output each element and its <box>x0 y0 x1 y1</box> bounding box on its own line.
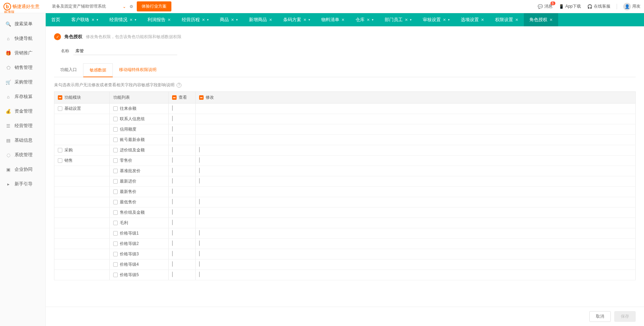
sidebar-item-home[interactable]: ⌂快捷导航 <box>0 31 45 46</box>
checkbox-edit-all[interactable] <box>199 95 204 100</box>
nav-tab[interactable]: 选项设置✕ <box>455 13 490 26</box>
app-download-link[interactable]: 📱 App下载 <box>559 3 581 9</box>
checkbox-view[interactable] <box>172 261 173 267</box>
checkbox-func[interactable] <box>113 200 118 204</box>
user-menu[interactable]: 👤 用友 <box>623 3 641 10</box>
checkbox-func[interactable] <box>113 148 118 152</box>
checkbox-edit[interactable] <box>199 157 200 163</box>
nav-tab[interactable]: 新增商品✕ <box>243 13 278 26</box>
checkbox-func[interactable] <box>113 262 118 267</box>
nav-tab[interactable]: 物料清单✕ <box>316 13 350 26</box>
checkbox-view[interactable] <box>172 209 173 215</box>
close-icon[interactable]: ✕ <box>443 18 446 22</box>
checkbox-view[interactable] <box>172 230 173 236</box>
checkbox-view[interactable] <box>172 126 173 132</box>
checkbox-edit[interactable] <box>199 261 200 267</box>
nav-tab[interactable]: 仓库✕▾ <box>350 13 379 26</box>
nav-tab[interactable]: 首页 <box>46 13 66 26</box>
sidebar-item-guide[interactable]: ▸新手引导 <box>0 177 45 191</box>
checkbox-func[interactable] <box>113 221 118 225</box>
experience-button[interactable]: 体验行业方案 <box>137 1 171 11</box>
nav-tab[interactable]: 经营情况✕▾ <box>104 13 142 26</box>
messages-link[interactable]: 💬 消息 6 <box>538 3 553 9</box>
checkbox-module[interactable] <box>58 148 62 152</box>
checkbox-func[interactable] <box>113 138 118 142</box>
checkbox-func[interactable] <box>113 241 118 246</box>
checkbox-view[interactable] <box>172 105 173 111</box>
close-icon[interactable]: ✕ <box>405 18 408 22</box>
info-icon[interactable]: ? <box>177 83 181 88</box>
checkbox-edit[interactable] <box>199 251 200 256</box>
close-icon[interactable]: ✕ <box>129 18 133 22</box>
nav-tab[interactable]: 审核设置✕▾ <box>417 13 455 26</box>
sidebar-item-corp[interactable]: ▣企业协同 <box>0 162 45 177</box>
sidebar-item-stock[interactable]: ⌂库存核算 <box>0 89 45 104</box>
close-icon[interactable]: ✕ <box>549 18 553 22</box>
checkbox-func[interactable] <box>113 252 118 256</box>
tab-sensitive-data[interactable]: 敏感数据 <box>83 63 113 77</box>
sidebar-item-cart[interactable]: 🛒采购管理 <box>0 75 45 89</box>
checkbox-module[interactable] <box>58 106 62 111</box>
name-input[interactable] <box>73 47 177 55</box>
checkbox-view[interactable] <box>172 272 173 277</box>
checkbox-module[interactable] <box>58 158 62 163</box>
sidebar-item-sys[interactable]: ◌系统管理 <box>0 148 45 162</box>
nav-tab[interactable]: 权限设置✕ <box>490 13 524 26</box>
close-icon[interactable]: ✕ <box>269 18 272 22</box>
nav-tab[interactable]: 部门员工✕▾ <box>379 13 417 26</box>
customer-service-link[interactable]: 🎧 在线客服 <box>587 3 610 9</box>
checkbox-view[interactable] <box>172 251 173 256</box>
close-icon[interactable]: ✕ <box>481 18 484 22</box>
close-icon[interactable]: ✕ <box>367 18 370 22</box>
nav-tab[interactable]: 条码方案✕▾ <box>278 13 316 26</box>
checkbox-view[interactable] <box>172 157 173 163</box>
checkbox-view[interactable] <box>172 147 173 152</box>
cancel-button[interactable]: 取消 <box>589 311 611 311</box>
nav-tab[interactable]: 利润报告✕ <box>142 13 176 26</box>
checkbox-view[interactable] <box>172 116 173 121</box>
checkbox-func[interactable] <box>113 127 118 132</box>
checkbox-view[interactable] <box>172 178 173 184</box>
checkbox-edit[interactable] <box>199 230 200 236</box>
checkbox-edit[interactable] <box>199 209 200 215</box>
checkbox-func[interactable] <box>113 158 118 163</box>
checkbox-func[interactable] <box>113 190 118 194</box>
checkbox-view-all[interactable] <box>172 95 177 100</box>
close-icon[interactable]: ✕ <box>231 18 234 22</box>
checkbox-func[interactable] <box>113 210 118 215</box>
nav-tab[interactable]: 客户联络✕▾ <box>66 13 104 26</box>
checkbox-edit[interactable] <box>199 168 200 173</box>
checkbox-func[interactable] <box>113 231 118 236</box>
checkbox-view[interactable] <box>172 220 173 225</box>
checkbox-view[interactable] <box>172 188 173 194</box>
tab-mobile-permission[interactable]: 移动端特殊权限说明 <box>113 63 163 77</box>
sidebar-item-tag[interactable]: ⬠销售管理 <box>0 60 45 75</box>
sidebar-item-biz[interactable]: ☰经营管理 <box>0 118 45 133</box>
sidebar-item-money[interactable]: 💰资金管理 <box>0 104 45 118</box>
checkbox-edit[interactable] <box>199 240 200 246</box>
gear-icon[interactable]: ⚙ <box>129 4 133 9</box>
checkbox-func[interactable] <box>113 106 118 111</box>
checkbox-func[interactable] <box>113 179 118 184</box>
close-icon[interactable]: ✕ <box>515 18 518 22</box>
checkbox-func[interactable] <box>113 273 118 277</box>
sidebar-item-doc[interactable]: ▤基础信息 <box>0 133 45 148</box>
checkbox-view[interactable] <box>172 199 173 204</box>
checkbox-edit[interactable] <box>199 178 200 184</box>
checkbox-edit[interactable] <box>199 199 200 204</box>
nav-tab[interactable]: 角色授权✕ <box>524 13 558 26</box>
checkbox-func[interactable] <box>113 169 118 173</box>
close-icon[interactable]: ✕ <box>303 18 306 22</box>
checkbox-view[interactable] <box>172 240 173 246</box>
checkbox-view[interactable] <box>172 136 173 142</box>
nav-tab[interactable]: 经营历程✕▾ <box>176 13 214 26</box>
nav-tab[interactable]: 商品✕▾ <box>214 13 243 26</box>
checkbox-view[interactable] <box>172 168 173 173</box>
close-icon[interactable]: ✕ <box>202 18 205 22</box>
sidebar-item-gift[interactable]: 🎁营销推广 <box>0 46 45 60</box>
close-icon[interactable]: ✕ <box>168 18 171 22</box>
close-icon[interactable]: ✕ <box>341 18 345 22</box>
checkbox-edit[interactable] <box>199 147 200 152</box>
close-icon[interactable]: ✕ <box>91 18 95 22</box>
checkbox-edit[interactable] <box>199 272 200 277</box>
